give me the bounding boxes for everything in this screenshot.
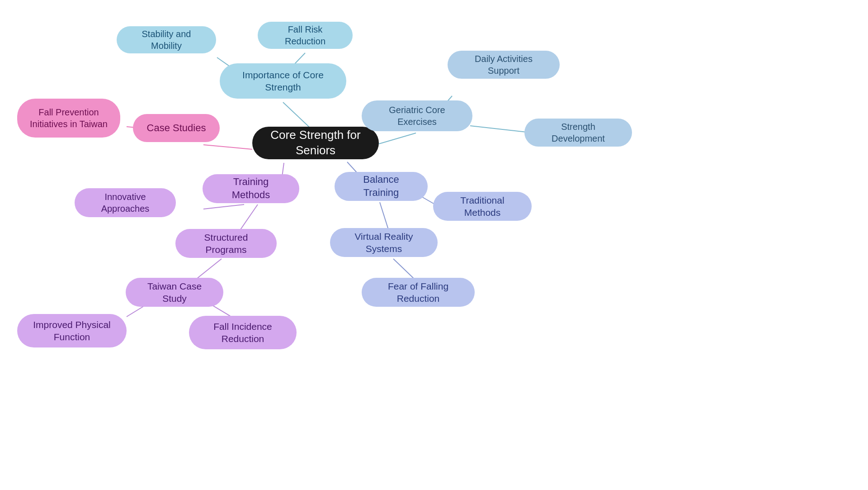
svg-line-16 xyxy=(380,202,389,231)
training-methods-node[interactable]: Training Methods xyxy=(203,174,299,203)
fall-incidence-node[interactable]: Fall Incidence Reduction xyxy=(189,316,297,349)
fall-risk-node[interactable]: Fall Risk Reduction xyxy=(258,22,353,49)
case-studies-node[interactable]: Case Studies xyxy=(133,114,220,142)
svg-line-5 xyxy=(470,126,527,132)
stability-mobility-node[interactable]: Stability and Mobility xyxy=(117,26,216,53)
traditional-methods-node[interactable]: Traditional Methods xyxy=(433,192,532,221)
innovative-approaches-node[interactable]: Innovative Approaches xyxy=(75,188,176,217)
svg-line-3 xyxy=(379,133,416,144)
improved-physical-node[interactable]: Improved Physical Function xyxy=(17,314,127,347)
structured-programs-node[interactable]: Structured Programs xyxy=(175,229,277,258)
svg-line-11 xyxy=(194,259,222,281)
center-node[interactable]: Core Strength for Seniors xyxy=(252,127,379,159)
geriatric-exercises-node[interactable]: Geriatric Core Exercises xyxy=(362,100,472,131)
svg-line-9 xyxy=(203,205,244,209)
fall-prevention-taiwan-node[interactable]: Fall Prevention Initiatives in Taiwan xyxy=(17,99,120,138)
svg-line-17 xyxy=(393,259,416,281)
fear-falling-node[interactable]: Fear of Falling Reduction xyxy=(362,278,475,307)
vr-systems-node[interactable]: Virtual Reality Systems xyxy=(330,228,438,257)
svg-line-10 xyxy=(240,205,258,231)
strength-dev-node[interactable]: Strength Development xyxy=(524,119,632,147)
daily-activities-node[interactable]: Daily Activities Support xyxy=(448,51,560,79)
importance-core-node[interactable]: Importance of Core Strength xyxy=(220,63,346,99)
balance-training-node[interactable]: Balance Training xyxy=(335,172,428,201)
svg-line-6 xyxy=(203,145,252,149)
taiwan-case-study-node[interactable]: Taiwan Case Study xyxy=(126,278,223,307)
